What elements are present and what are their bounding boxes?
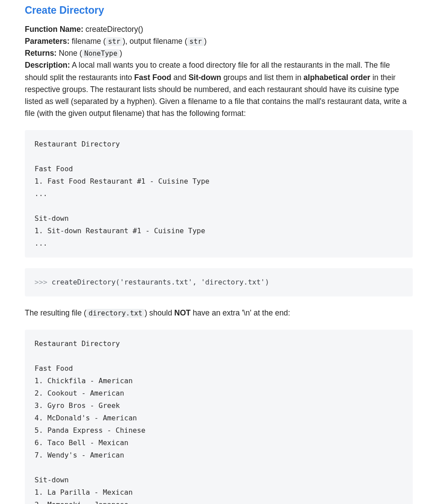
output-code-block: Restaurant Directory Fast Food 1. Chickf… bbox=[25, 330, 413, 504]
description-label: Description: bbox=[25, 61, 70, 69]
call-code-block: >>> createDirectory('restaurants.txt', '… bbox=[25, 268, 413, 296]
parameters-line: Parameters: filename (str), output filen… bbox=[25, 35, 413, 47]
returns-label: Returns: bbox=[25, 49, 57, 58]
repl-prompt: >>> bbox=[35, 278, 52, 286]
returns-type: NoneType bbox=[82, 49, 120, 58]
call-close: ) bbox=[265, 278, 269, 286]
parameters-mid: ), output filename ( bbox=[123, 37, 187, 46]
returns-prefix: None ( bbox=[59, 49, 82, 58]
document-page: Create Directory Function Name: createDi… bbox=[0, 0, 434, 504]
result-note: The resulting file (directory.txt) shoul… bbox=[25, 307, 413, 319]
parameters-prefix: filename ( bbox=[72, 37, 106, 46]
result-p3: have an extra '\n' at the end: bbox=[191, 308, 291, 317]
result-bold: NOT bbox=[174, 308, 191, 317]
section-title: Create Directory bbox=[25, 4, 413, 16]
parameters-label: Parameters: bbox=[25, 37, 70, 46]
desc-p2: and bbox=[171, 73, 189, 82]
result-p2: ) should bbox=[144, 308, 174, 317]
call-fn: createDirectory( bbox=[52, 278, 120, 286]
desc-p3: groups and list them in bbox=[221, 73, 304, 82]
desc-b1: Fast Food bbox=[134, 73, 171, 82]
result-code: directory.txt bbox=[86, 309, 144, 318]
function-name-value: createDirectory() bbox=[85, 25, 143, 34]
returns-line: Returns: None (NoneType) bbox=[25, 47, 413, 59]
function-name-line: Function Name: createDirectory() bbox=[25, 23, 413, 35]
call-arg2: 'directory.txt' bbox=[201, 278, 265, 286]
returns-suffix: ) bbox=[120, 49, 122, 58]
desc-b2: Sit-down bbox=[189, 73, 221, 82]
result-p1: The resulting file ( bbox=[25, 308, 86, 317]
call-arg1: 'restaurants.txt' bbox=[120, 278, 193, 286]
function-name-label: Function Name: bbox=[25, 25, 83, 34]
description-block: Description: A local mall wants you to c… bbox=[25, 59, 413, 119]
param-type-1: str bbox=[106, 37, 123, 46]
param-type-2: str bbox=[187, 37, 204, 46]
desc-b3: alphabetical order bbox=[303, 73, 370, 82]
call-sep: , bbox=[192, 278, 201, 286]
parameters-suffix: ) bbox=[204, 37, 207, 46]
format-code-block: Restaurant Directory Fast Food 1. Fast F… bbox=[25, 130, 413, 258]
